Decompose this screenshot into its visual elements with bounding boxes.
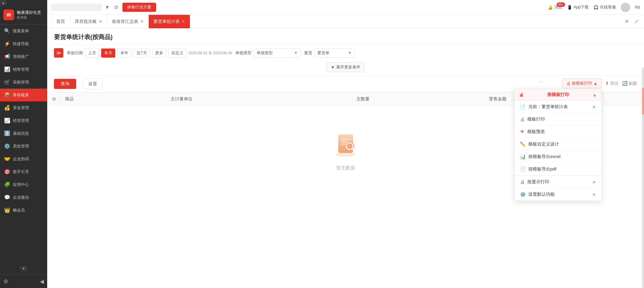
- empty-illustration: [329, 126, 362, 160]
- sidebar-item-quick[interactable]: ⚡ 快捷导航: [0, 37, 47, 50]
- print-panel-close[interactable]: ▲: [592, 92, 597, 97]
- sidebar-item-collab[interactable]: 🤝 企业协同: [0, 153, 47, 165]
- sidebar-label-apps: 应用中心: [13, 182, 29, 188]
- export-excel-label: 按模板导出excel: [528, 154, 560, 160]
- cargo-filter-label: 要货: [304, 50, 312, 56]
- sidebar-item-sales[interactable]: 📊 销售管理: [0, 63, 47, 76]
- template-preview-label: 模板预览: [527, 129, 545, 135]
- col-gear[interactable]: ⚙: [48, 93, 61, 106]
- date-7days-btn[interactable]: 近7天: [134, 49, 150, 58]
- cargo-select[interactable]: 要货单 ▼: [314, 49, 355, 58]
- purchase-icon: 🛒: [3, 79, 11, 85]
- sidebar-item-wechat[interactable]: 💬 企业微信: [0, 191, 47, 204]
- current-template-item[interactable]: 📄 当前：要货单统计表 ▶: [515, 101, 602, 113]
- sidebar-item-basic[interactable]: ℹ️ 基础信息: [0, 127, 47, 140]
- sidebar-label-basic: 基础信息: [13, 131, 29, 136]
- tab-batch-close[interactable]: ✕: [99, 19, 102, 24]
- col-quantity: 主数量: [352, 93, 485, 106]
- expand-conditions-button[interactable]: ▼ 展开更多条件: [326, 62, 365, 72]
- finance-icon: 💰: [3, 105, 11, 111]
- filter-expand-button[interactable]: ≫: [54, 48, 63, 58]
- print-dropdown-button[interactable]: 🖨 按模板打印 ▲: [562, 78, 602, 88]
- logo-text: 畅康通好生意 标准版: [17, 10, 41, 20]
- default-func-item[interactable]: ⚙️ 设置默认功能 ▶: [515, 188, 602, 201]
- sidebar-item-marketing[interactable]: 📢 营销推广: [0, 50, 47, 63]
- sidebar-item-inventory[interactable]: 📦 库存核算: [0, 89, 47, 101]
- type-select[interactable]: 单据类型 ▼: [254, 49, 301, 58]
- sidebar-item-operation[interactable]: 📈 经营管理: [0, 114, 47, 127]
- cargo-select-arrow: ▼: [348, 51, 352, 55]
- page-content: 要货单统计表(按商品) ≫ 单据日期 上月 本月 本年 近7天 更多 自定义 2…: [47, 28, 644, 288]
- refresh-icon: 🔄: [622, 81, 627, 86]
- sidebar-item-member[interactable]: 👑 畅会员: [0, 204, 47, 217]
- operation-icon: 📈: [3, 118, 11, 124]
- template-design-item[interactable]: ✏️ 模板自定义设计: [515, 138, 602, 151]
- template-print-item[interactable]: 🖨 模板打印: [515, 113, 602, 126]
- template-preview-item[interactable]: 👁 模板预览: [515, 126, 602, 138]
- tab-maximize-icon[interactable]: ⤢: [633, 17, 640, 26]
- sidebar-scroll-down[interactable]: ▼: [20, 266, 27, 271]
- tab-order-stat[interactable]: 要货单统计表 ✕: [149, 15, 190, 28]
- tab-receipt-close[interactable]: ✕: [140, 19, 144, 24]
- topbar-gear-icon[interactable]: ⚙: [113, 3, 120, 12]
- default-func-arrow: ▶: [593, 192, 596, 197]
- refresh-button[interactable]: 🔄 刷新: [622, 81, 637, 87]
- right-scrollbar-thumb[interactable]: [642, 88, 644, 115]
- message-badge: 99+: [557, 2, 565, 7]
- display-print-icon: 🖨: [520, 179, 525, 185]
- display-print-label: 按显示打印: [527, 179, 549, 185]
- page-header: 要货单统计表(按商品): [47, 28, 644, 45]
- date-prev-btn[interactable]: 上月: [85, 49, 99, 58]
- date-more-btn[interactable]: 更多: [152, 49, 166, 58]
- more-icon: ···: [539, 79, 543, 84]
- message-button[interactable]: 🔔 消息 99+: [548, 4, 562, 10]
- default-func-icon: ⚙️: [520, 192, 526, 197]
- sidebar-item-finance[interactable]: 💰 资金管理: [0, 101, 47, 114]
- template-print-label: 模板打印: [527, 116, 545, 122]
- refresh-label: 刷新: [628, 81, 637, 87]
- sidebar-scroll-up[interactable]: ▲: [0, 0, 7, 5]
- sidebar-item-search[interactable]: 🔍 搜索菜单: [0, 25, 47, 37]
- brand-tag: 标准版: [17, 15, 41, 20]
- sidebar-label-newbie: 新手引导: [13, 169, 29, 175]
- settings-button[interactable]: 设置: [83, 78, 102, 89]
- tab-close-all-icon[interactable]: ✕: [623, 17, 630, 26]
- topbar-dropdown-icon[interactable]: ▼: [105, 4, 110, 10]
- printer-icon: 🖨: [566, 81, 570, 86]
- tab-home[interactable]: 首页: [51, 15, 70, 28]
- tab-receipt[interactable]: 收发存汇总表 ✕: [107, 15, 149, 28]
- collapse-icon[interactable]: ◀: [40, 278, 44, 285]
- current-template-icon: 📄: [520, 104, 526, 109]
- topbar-search-input[interactable]: [51, 4, 102, 11]
- app-label: App下载: [574, 4, 589, 10]
- page-title: 要货单统计表(按商品): [54, 33, 637, 41]
- trial-button[interactable]: 体验行业方案: [122, 3, 156, 12]
- export-pdf-item[interactable]: 📄 按模板导出pdf: [515, 163, 602, 175]
- date-year-btn[interactable]: 本年: [117, 49, 131, 58]
- display-print-item[interactable]: 🖨 按显示打印 ▶: [515, 175, 602, 188]
- service-button[interactable]: 🎧 在线客服: [593, 4, 616, 10]
- sidebar-item-purchase[interactable]: 🛒 采购管理: [0, 76, 47, 89]
- export-button[interactable]: ⬆ 导出: [605, 81, 619, 87]
- search-icon: 🔍: [3, 28, 11, 34]
- tab-order-stat-close[interactable]: ✕: [182, 19, 185, 24]
- query-button[interactable]: 查询: [54, 79, 76, 89]
- system-icon: ⚙️: [3, 143, 11, 149]
- tab-batch[interactable]: 库存批次账 ✕: [70, 15, 107, 28]
- sidebar-item-apps[interactable]: 🧩 应用中心: [0, 178, 47, 191]
- gear-icon[interactable]: ⚙: [52, 96, 56, 102]
- avatar[interactable]: [621, 3, 630, 12]
- sidebar-item-newbie[interactable]: 🎯 新手引导: [0, 165, 47, 178]
- more-button[interactable]: ···: [539, 79, 543, 84]
- export-excel-item[interactable]: 📊 按模板导出excel: [515, 151, 602, 163]
- app-download-button[interactable]: 📱 App下载: [567, 4, 589, 10]
- date-filter-label: 单据日期: [67, 50, 83, 56]
- right-scrollbar[interactable]: [642, 67, 644, 288]
- filter-cargo-group: 要货 要货单 ▼: [304, 49, 355, 58]
- date-custom-btn[interactable]: 自定义: [168, 49, 186, 58]
- sidebar-item-system[interactable]: ⚙️ 系统管理: [0, 140, 47, 153]
- svg-rect-3: [341, 139, 350, 140]
- settings-bottom-icon[interactable]: ⚙: [3, 278, 8, 285]
- date-current-btn[interactable]: 本月: [101, 49, 115, 58]
- type-select-arrow: ▼: [294, 51, 298, 55]
